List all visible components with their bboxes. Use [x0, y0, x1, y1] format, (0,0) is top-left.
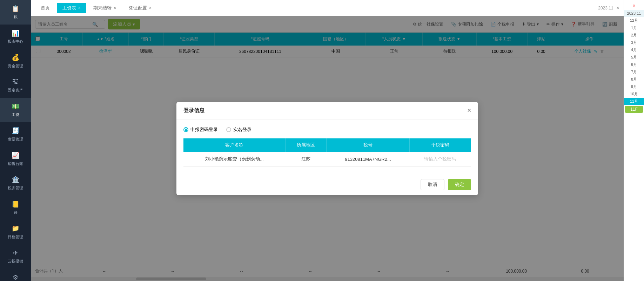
calendar-month-1[interactable]: 1月 [624, 24, 644, 32]
modal-client-table: 客户名称 所属地区 税号 个税密码 刘小艳演示账套（勿删勿动... 江苏 [183, 138, 471, 167]
modal-cell-customer: 刘小艳演示账套（勿删勿动... [183, 152, 285, 167]
top-nav-right: 2023.11 × [598, 5, 619, 11]
calendar-close-btn[interactable]: × [624, 1, 644, 10]
sidebar-item-invoice[interactable]: 🧾 发票管理 [0, 122, 31, 146]
ledger-icon: 📒 [12, 200, 19, 208]
content-area: 🔍 添加人员 ▾ ⚙ 统一社保设置 📎 专项附加扣除 [31, 16, 624, 281]
sidebar-item-account[interactable]: 📋 账 [0, 0, 31, 25]
calendar-month-11-active[interactable]: 11月 [624, 98, 644, 105]
modal-cell-password[interactable]: 请输入个税密码 [409, 152, 471, 167]
top-nav: 首页 工资表 × 期末结转 × 凭证配置 × 2023.11 × [31, 0, 624, 16]
calendar-month-9[interactable]: 9月 [624, 83, 644, 90]
login-type-radio-group: 申报密码登录 实名登录 [183, 126, 471, 133]
modal-cell-taxno: 91320811MA7NGR2... [327, 152, 410, 167]
radio-realname-label: 实名登录 [233, 126, 251, 133]
sales-icon: 📈 [12, 151, 19, 159]
calendar-month-8[interactable]: 8月 [624, 76, 644, 83]
cancel-button[interactable]: 取消 [421, 179, 444, 190]
modal-footer: 取消 确定 [176, 174, 478, 195]
calendar-month-4[interactable]: 4月 [624, 46, 644, 54]
calendar-month-12[interactable]: 12月 [624, 17, 644, 24]
calendar-year-header: 2023.11 [624, 10, 644, 17]
tab-voucher-config[interactable]: 凭证配置 × [123, 3, 157, 13]
right-calendar-sidebar: × 2023.11 12月 1月 2月 3月 4月 5月 6月 7月 8月 9月… [624, 0, 644, 281]
sidebar-item-expense[interactable]: ✈ 云畅报销 [0, 244, 31, 269]
sidebar-item-fund[interactable]: 💰 资金管理 [0, 49, 31, 73]
radio-password-circle [183, 127, 188, 132]
account-icon: 📋 [12, 5, 19, 13]
confirm-button[interactable]: 确定 [448, 179, 471, 190]
calendar-month-5[interactable]: 5月 [624, 54, 644, 61]
modal-table-row: 刘小艳演示账套（勿删勿动... 江苏 91320811MA7NGR2... 请输… [183, 152, 471, 167]
salary-icon: 💵 [12, 103, 19, 111]
archive-icon: 📁 [12, 225, 19, 233]
modal-col-region: 所属地区 [285, 138, 326, 152]
modal-col-password: 个税密码 [409, 138, 471, 152]
invoice-icon: 🧾 [12, 127, 19, 135]
radio-realname-circle [226, 127, 231, 132]
calendar-month-2[interactable]: 2月 [624, 32, 644, 39]
modal-body: 申报密码登录 实名登录 客户名称 [176, 119, 478, 174]
top-nav-date: 2023.11 [598, 6, 613, 11]
calendar-month-11f[interactable]: 11F [625, 106, 643, 113]
modal-close-button[interactable]: × [467, 107, 471, 114]
sidebar-item-salary[interactable]: 💵 工资 [0, 98, 31, 122]
report-icon: 📊 [12, 29, 19, 37]
tab-salary-close[interactable]: × [78, 6, 81, 11]
main-area: 首页 工资表 × 期末结转 × 凭证配置 × 2023.11 × [31, 0, 624, 281]
modal-col-taxno: 税号 [327, 138, 410, 152]
radio-password-login[interactable]: 申报密码登录 [183, 126, 218, 133]
tab-voucher-close-btn[interactable]: × [149, 6, 152, 11]
radio-password-label: 申报密码登录 [190, 126, 218, 133]
settings-icon: ⚙ [13, 274, 18, 281]
sidebar-item-ledger[interactable]: 📒 账 [0, 196, 31, 220]
tab-period-close-btn[interactable]: × [114, 6, 116, 11]
sidebar-item-settings[interactable]: ⚙ 设 [0, 269, 31, 281]
calendar-month-3[interactable]: 3月 [624, 39, 644, 46]
tab-salary[interactable]: 工资表 × [57, 3, 86, 13]
modal-col-customer: 客户名称 [183, 138, 285, 152]
tax-icon: 🏦 [12, 176, 19, 184]
fund-icon: 💰 [12, 54, 19, 62]
modal-cell-region: 江苏 [285, 152, 326, 167]
calendar-month-10[interactable]: 10月 [624, 90, 644, 98]
login-info-modal: 登录信息 × 申报密码登录 实名登录 [176, 102, 478, 195]
left-sidebar: 📋 账 📊 报表中心 💰 资金管理 🏗 固定资产 💵 工资 🧾 发票管理 📈 销… [0, 0, 31, 281]
modal-overlay: 登录信息 × 申报密码登录 实名登录 [31, 16, 624, 281]
top-nav-close[interactable]: × [616, 5, 619, 11]
tab-period-close[interactable]: 期末结转 × [88, 3, 122, 13]
sidebar-item-sales[interactable]: 📈 销售台账 [0, 146, 31, 171]
sidebar-item-asset[interactable]: 🏗 固定资产 [0, 73, 31, 98]
sidebar-item-archive[interactable]: 📁 日档管理 [0, 220, 31, 244]
modal-title: 登录信息 [183, 107, 204, 114]
tab-home[interactable]: 首页 [35, 3, 55, 13]
modal-header: 登录信息 × [176, 102, 478, 119]
calendar-month-7[interactable]: 7月 [624, 68, 644, 76]
sidebar-item-report[interactable]: 📊 报表中心 [0, 25, 31, 49]
radio-realname-login[interactable]: 实名登录 [226, 126, 251, 133]
expense-icon: ✈ [13, 249, 18, 257]
calendar-month-6[interactable]: 6月 [624, 61, 644, 68]
asset-icon: 🏗 [12, 78, 19, 86]
sidebar-item-tax[interactable]: 🏦 税务管理 [0, 171, 31, 196]
